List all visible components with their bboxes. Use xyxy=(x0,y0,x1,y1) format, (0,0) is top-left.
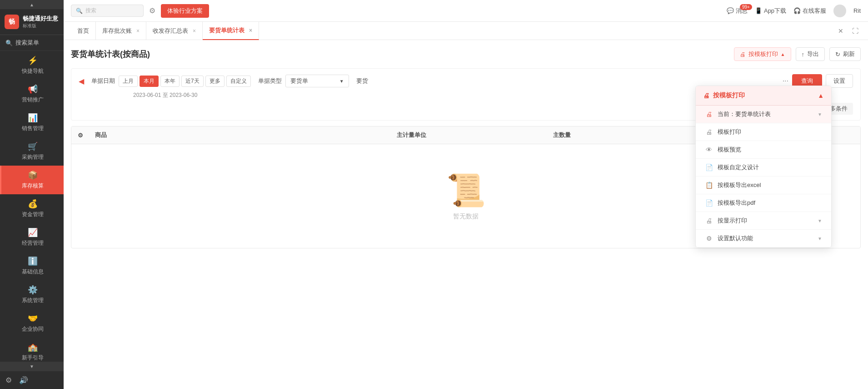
date-btn-last-7[interactable]: 近7天 xyxy=(181,76,204,87)
refresh-button[interactable]: ↻ 刷新 xyxy=(829,47,861,61)
sidebar-item-quick-nav[interactable]: ⚡ 快捷导航 xyxy=(0,51,64,80)
export-excel-icon: 📋 xyxy=(705,182,713,189)
guide-icon: 🏫 xyxy=(28,342,38,352)
order-type-label: 单据类型 xyxy=(258,77,282,85)
order-type-dropdown[interactable]: 要货单 ▼ xyxy=(285,75,349,87)
date-buttons: 上月 本月 本年 近7天 更多 自定义 xyxy=(119,76,251,87)
th-unit: 主计量单位 xyxy=(391,131,548,139)
date-btn-custom[interactable]: 自定义 xyxy=(226,76,251,87)
search-icon: 🔍 xyxy=(5,40,13,46)
quick-nav-icon: ⚡ xyxy=(28,56,38,66)
sidebar-item-operation[interactable]: 📈 经营管理 xyxy=(0,223,64,252)
sidebar-scroll-up[interactable]: ▲ xyxy=(0,0,64,9)
sidebar-nav: ⚡ 快捷导航 📢 营销推广 📊 销售管理 🛒 采购管理 📦 库存核算 💰 资金管… xyxy=(0,51,64,362)
tab-close-inventory-batch[interactable]: × xyxy=(136,28,140,34)
main-area: 🔍 搜索 ⚙ 体验行业方案 💬 消息 99+ 📱 App下载 🎧 在线客服 Ri… xyxy=(64,0,868,389)
order-type-filter: 单据类型 要货单 ▼ xyxy=(258,75,349,87)
app-icon: 📱 xyxy=(755,7,762,14)
order-category-label: 要货 xyxy=(356,77,368,85)
date-filter-section: 单据日期 上月 本月 本年 近7天 更多 自定义 xyxy=(91,76,251,87)
display-print-expand-icon: ▼ xyxy=(818,218,822,223)
dropdown-item-template-print[interactable]: 🖨 模板打印 xyxy=(696,123,831,141)
finance-icon: 💰 xyxy=(28,199,38,209)
page-header: 要货单统计表(按商品) 🖨 按模板打印 ▲ ↑ 导出 ↻ 刷新 xyxy=(71,47,861,61)
template-preview-icon: 👁 xyxy=(705,146,713,153)
dropdown-title: 🖨 按模板打印 xyxy=(703,91,745,100)
display-print-icon: 🖨 xyxy=(705,217,713,224)
sales-icon: 📊 xyxy=(28,113,38,123)
sidebar-item-basic[interactable]: ℹ️ 基础信息 xyxy=(0,252,64,280)
dropdown-item-default-func[interactable]: ⚙ 设置默认功能 ▼ xyxy=(696,230,831,248)
purchase-icon: 🛒 xyxy=(28,141,38,152)
export-icon: ↑ xyxy=(802,51,805,58)
date-btn-current-month[interactable]: 本月 xyxy=(140,76,159,87)
settings-bottom-icon[interactable]: ⚙ xyxy=(5,376,12,384)
dropdown-collapse-button[interactable]: ▲ xyxy=(818,92,824,99)
refresh-icon: ↻ xyxy=(835,51,840,58)
empty-text: 暂无数据 xyxy=(453,212,479,221)
dropdown-item-template-preview[interactable]: 👁 模板预览 xyxy=(696,141,831,159)
trial-button[interactable]: 体验行业方案 xyxy=(161,4,209,18)
filter-expand-icon[interactable]: ◀ xyxy=(79,77,84,86)
sidebar-item-inventory[interactable]: 📦 库存核算 xyxy=(0,166,64,194)
dropdown-printer-icon: 🖨 xyxy=(703,92,709,99)
sidebar-bottom: ⚙ 🔊 xyxy=(0,371,64,389)
tab-close-order-stats[interactable]: × xyxy=(249,27,252,34)
username-label: Rit xyxy=(853,7,861,14)
sidebar-item-system[interactable]: ⚙️ 系统管理 xyxy=(0,280,64,309)
sidebar-item-collab[interactable]: 🤝 企业协同 xyxy=(0,309,64,338)
more-options-icon[interactable]: ··· xyxy=(783,77,788,85)
date-btn-this-year[interactable]: 本年 xyxy=(160,76,180,87)
app-logo-icon: 畅 xyxy=(5,15,19,29)
topbar-search[interactable]: 🔍 搜索 xyxy=(71,5,144,17)
topbar-right: 💬 消息 99+ 📱 App下载 🎧 在线客服 Rit xyxy=(727,5,861,17)
sidebar-item-purchase[interactable]: 🛒 采购管理 xyxy=(0,137,64,166)
current-expand-icon: ▼ xyxy=(818,112,822,117)
topbar: 🔍 搜索 ⚙ 体验行业方案 💬 消息 99+ 📱 App下载 🎧 在线客服 Ri… xyxy=(64,0,868,22)
sidebar-search[interactable]: 🔍 搜索菜单 xyxy=(0,35,64,51)
sidebar-item-guide[interactable]: 🏫 新手引导 xyxy=(0,338,64,362)
export-button[interactable]: ↑ 导出 xyxy=(796,47,825,61)
settings-icon[interactable]: ⚙ xyxy=(78,132,83,139)
tab-close-receipt-summary[interactable]: × xyxy=(193,28,196,34)
date-range-text: 2023-06-01 至 2023-06-30 xyxy=(133,92,197,98)
system-icon: ⚙️ xyxy=(28,285,38,295)
dropdown-item-display-print[interactable]: 🖨 按显示打印 ▼ xyxy=(696,212,831,230)
content-area: 要货单统计表(按商品) 🖨 按模板打印 ▲ ↑ 导出 ↻ 刷新 xyxy=(64,40,868,389)
page-title: 要货单统计表(按商品) xyxy=(71,49,150,60)
tab-order-stats[interactable]: 要货单统计表 × xyxy=(203,22,259,40)
dropdown-item-current[interactable]: 🖨 当前：要货单统计表 ▼ xyxy=(696,106,831,123)
sidebar-item-finance[interactable]: 💰 资金管理 xyxy=(0,194,64,223)
sidebar-scroll-down[interactable]: ▼ xyxy=(0,362,64,371)
tab-receipt-summary[interactable]: 收发存汇总表 × xyxy=(146,22,203,40)
dropdown-header: 🖨 按模板打印 ▲ xyxy=(696,86,831,106)
app-subtitle: 标准版 xyxy=(23,23,58,29)
page-actions: 🖨 按模板打印 ▲ ↑ 导出 ↻ 刷新 xyxy=(734,47,861,61)
inventory-icon: 📦 xyxy=(28,170,38,180)
app-logo-text: 畅捷通好生意 标准版 xyxy=(23,15,58,29)
sidebar-item-sales[interactable]: 📊 销售管理 xyxy=(0,108,64,137)
tab-expand-button[interactable]: ⛶ xyxy=(850,25,861,36)
message-icon: 💬 xyxy=(727,7,734,14)
tab-close-all-button[interactable]: ✕ xyxy=(835,25,846,36)
template-print-button[interactable]: 🖨 按模板打印 ▲ xyxy=(734,47,791,61)
dropdown-arrow-icon: ▼ xyxy=(339,79,344,84)
date-btn-last-month[interactable]: 上月 xyxy=(119,76,138,87)
sidebar-item-marketing[interactable]: 📢 营销推广 xyxy=(0,80,64,108)
collab-icon: 🤝 xyxy=(28,313,38,323)
message-badge: 99+ xyxy=(740,4,752,10)
tab-inventory-batch[interactable]: 库存批次账 × xyxy=(96,22,146,40)
date-btn-more[interactable]: 更多 xyxy=(205,76,224,87)
message-button[interactable]: 💬 消息 99+ xyxy=(727,7,748,15)
tab-home[interactable]: 首页 xyxy=(71,22,96,40)
online-service-button[interactable]: 🎧 在线客服 xyxy=(793,7,826,15)
dropdown-item-template-design[interactable]: 📄 模板自定义设计 xyxy=(696,159,831,177)
sound-icon[interactable]: 🔊 xyxy=(19,376,28,384)
sidebar: ▲ 畅 畅捷通好生意 标准版 🔍 搜索菜单 ⚡ 快捷导航 📢 营销推广 📊 销售… xyxy=(0,0,64,389)
topbar-gear-icon[interactable]: ⚙ xyxy=(149,6,155,15)
dropdown-item-export-pdf[interactable]: 📄 按模板导出pdf xyxy=(696,194,831,212)
dropdown-item-export-excel[interactable]: 📋 按模板导出excel xyxy=(696,177,831,194)
empty-icon: 📜 xyxy=(446,172,486,209)
user-avatar[interactable] xyxy=(833,5,846,17)
app-download-button[interactable]: 📱 App下载 xyxy=(755,7,786,15)
